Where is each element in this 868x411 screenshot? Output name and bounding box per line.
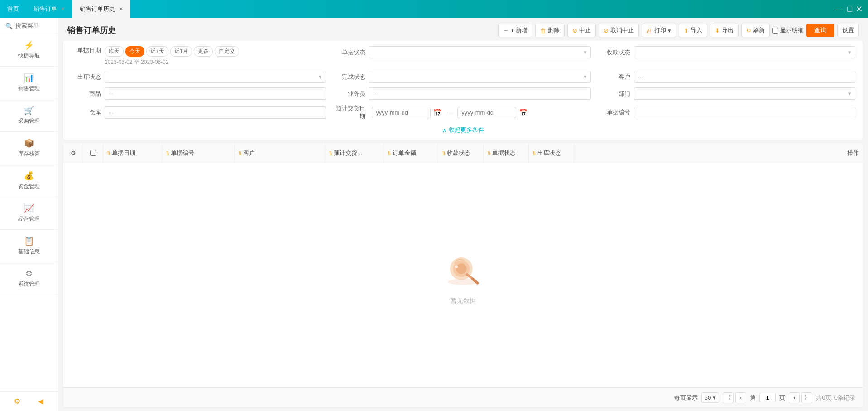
- date-control: 昨天 今天 近7天 近1月 更多 自定义 2023-06-02 至 2023-0…: [105, 46, 239, 66]
- settings-bottom-icon[interactable]: ⚙: [14, 397, 20, 406]
- settings-button[interactable]: 设置: [837, 24, 859, 37]
- page-header: 销售订单历史 ＋ + 新增 🗑 删除 ⊘ 中止 ⊘ 取消中止: [58, 18, 868, 41]
- first-page-button[interactable]: 《: [723, 392, 734, 403]
- table-footer: 每页显示 50 ▾ 《 ‹ 第 页 ›: [63, 387, 863, 407]
- minimize-icon[interactable]: —: [835, 5, 844, 14]
- select-all-checkbox[interactable]: [90, 150, 96, 156]
- stop-icon: ⊘: [572, 27, 577, 34]
- table-header: ⚙ ⇅ 单据日期 ⇅ 单据编号 ⇅ 客户 ⇅: [63, 143, 863, 163]
- delete-button[interactable]: 🗑 删除: [535, 24, 565, 37]
- th-checkbox[interactable]: [83, 143, 103, 163]
- new-button[interactable]: ＋ + 新增: [498, 24, 532, 37]
- export-button[interactable]: ⬇ 导出: [710, 24, 739, 37]
- th-receipt-status[interactable]: ⇅ 收款状态: [438, 143, 484, 163]
- expected-date-end[interactable]: [457, 107, 516, 118]
- doc-status-select[interactable]: ▾: [369, 46, 590, 58]
- complete-status-select[interactable]: ▾: [369, 71, 590, 83]
- sort-icon-date: ⇅: [107, 150, 110, 155]
- yesterday-btn[interactable]: 昨天: [105, 46, 124, 57]
- th-doc-status[interactable]: ⇅ 单据状态: [484, 143, 529, 163]
- th-delivery[interactable]: ⇅ 预计交货...: [325, 143, 384, 163]
- th-operations: 操作: [574, 143, 863, 163]
- custom-btn[interactable]: 自定义: [215, 46, 239, 57]
- close-tab-sales-order[interactable]: ✕: [61, 6, 65, 12]
- last1month-btn[interactable]: 近1月: [170, 46, 192, 57]
- sidebar-item-basic-info[interactable]: 📋 基础信息: [0, 230, 58, 262]
- sales-mgmt-icon: 📊: [24, 73, 34, 83]
- department-label: 部门: [600, 90, 634, 98]
- filter-area: 单据日期 昨天 今天 近7天 近1月 更多 自定义 2023-06-02 至 2…: [63, 41, 863, 140]
- display-detail-checkbox-label[interactable]: 显示明细: [772, 26, 804, 34]
- product-field[interactable]: ···: [105, 87, 326, 100]
- th-wh-status[interactable]: ⇅ 出库状态: [529, 143, 574, 163]
- th-date[interactable]: ⇅ 单据日期: [103, 143, 162, 163]
- maximize-icon[interactable]: □: [847, 5, 852, 14]
- tab-sales-order-history[interactable]: 销售订单历史 ✕: [72, 0, 130, 18]
- date-separator: —: [445, 109, 455, 116]
- complete-status-label: 完成状态: [335, 73, 369, 81]
- search-menu[interactable]: 🔍 搜索菜单: [0, 18, 58, 34]
- tab-home[interactable]: 首页: [0, 0, 26, 18]
- today-btn[interactable]: 今天: [125, 46, 144, 57]
- calendar-end-icon: 📅: [519, 108, 528, 117]
- last7days-btn[interactable]: 近7天: [146, 46, 168, 57]
- salesperson-label: 业务员: [335, 90, 369, 98]
- tab-sales-order[interactable]: 销售订单 ✕: [26, 0, 72, 18]
- sort-icon-wh: ⇅: [532, 150, 536, 155]
- prev-page-button[interactable]: ‹: [735, 392, 746, 403]
- sort-icon-num: ⇅: [166, 150, 169, 155]
- purchase-mgmt-icon: 🛒: [24, 106, 34, 116]
- department-chevron-icon: ▾: [848, 90, 851, 97]
- department-select[interactable]: ▾: [634, 87, 855, 100]
- expected-date-start[interactable]: [372, 107, 431, 118]
- print-button[interactable]: 🖨 打印 ▾: [642, 24, 676, 37]
- collapse-sidebar-icon[interactable]: ◀: [38, 397, 43, 406]
- receipt-status-label: 收款状态: [600, 48, 634, 57]
- page-size-select[interactable]: 50 ▾: [701, 392, 719, 403]
- window-controls: — □ ✕: [830, 4, 868, 14]
- warehouse-status-select[interactable]: ▾: [105, 71, 326, 83]
- toolbar: ＋ + 新增 🗑 删除 ⊘ 中止 ⊘ 取消中止 🖨 打印: [498, 24, 859, 37]
- th-doc-num[interactable]: ⇅ 单据编号: [162, 143, 235, 163]
- import-button[interactable]: ⬆ 导入: [679, 24, 707, 37]
- query-button[interactable]: 查询: [806, 24, 834, 37]
- collapse-up-icon: ∧: [442, 127, 447, 134]
- inventory-icon: 📦: [24, 138, 34, 148]
- sidebar-item-quick-nav[interactable]: ⚡ 快捷导航: [0, 34, 58, 67]
- th-settings[interactable]: ⚙: [63, 143, 83, 163]
- cancel-stop-button[interactable]: ⊘ 取消中止: [599, 24, 639, 37]
- table-container: ⚙ ⇅ 单据日期 ⇅ 单据编号 ⇅ 客户 ⇅: [63, 143, 863, 407]
- receipt-status-select[interactable]: ▾: [634, 46, 855, 58]
- refresh-button[interactable]: ↻ 刷新: [741, 24, 770, 37]
- sidebar-item-purchase-mgmt[interactable]: 🛒 采购管理: [0, 99, 58, 132]
- close-tab-history[interactable]: ✕: [119, 6, 123, 12]
- last-page-button[interactable]: 》: [801, 392, 812, 403]
- customer-field[interactable]: ···: [634, 71, 855, 83]
- warehouse-field[interactable]: ···: [105, 106, 326, 119]
- page-size-label: 每页显示: [674, 394, 698, 402]
- close-window-icon[interactable]: ✕: [856, 4, 863, 14]
- more-btn[interactable]: 更多: [194, 46, 213, 57]
- display-detail-checkbox[interactable]: [772, 28, 778, 34]
- th-amount[interactable]: ⇅ 订单金额: [384, 143, 438, 163]
- svg-point-4: [455, 265, 458, 268]
- date-quick-buttons: 昨天 今天 近7天 近1月 更多 自定义: [105, 46, 239, 57]
- salesperson-field[interactable]: ···: [369, 87, 590, 100]
- sidebar-item-system[interactable]: ⚙ 系统管理: [0, 262, 58, 295]
- receipt-status-chevron-icon: ▾: [848, 49, 851, 56]
- th-customer[interactable]: ⇅ 客户: [235, 143, 325, 163]
- new-icon: ＋: [503, 26, 509, 34]
- page-number-input[interactable]: [759, 393, 776, 402]
- svg-point-3: [456, 263, 466, 274]
- empty-text: 暂无数据: [451, 297, 476, 305]
- sidebar-item-operations[interactable]: 📈 经营管理: [0, 197, 58, 230]
- doc-num-input[interactable]: [634, 107, 855, 118]
- sidebar-item-finance[interactable]: 💰 资金管理: [0, 164, 58, 197]
- collapse-link[interactable]: ∧ 收起更多条件: [442, 124, 484, 134]
- stop-button[interactable]: ⊘ 中止: [567, 24, 596, 37]
- next-page-button[interactable]: ›: [789, 392, 800, 403]
- warehouse-label: 仓库: [71, 108, 105, 116]
- expected-date-label: 预计交货日期: [335, 104, 369, 121]
- sidebar-item-sales-mgmt[interactable]: 📊 销售管理: [0, 67, 58, 99]
- sidebar-item-inventory[interactable]: 📦 库存核算: [0, 132, 58, 164]
